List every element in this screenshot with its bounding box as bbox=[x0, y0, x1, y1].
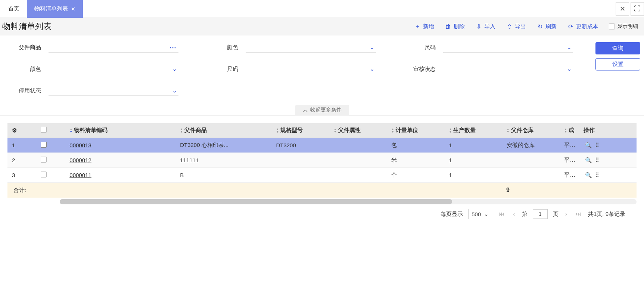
row-checkbox[interactable] bbox=[36, 138, 65, 153]
row-index: 2 bbox=[7, 153, 36, 168]
bom-code-link[interactable]: 0000011 bbox=[69, 172, 91, 178]
prev-page-button[interactable]: ‹ bbox=[511, 211, 516, 217]
more-icon[interactable]: ⠿ bbox=[595, 157, 599, 164]
cell-warehouse bbox=[502, 153, 560, 168]
tab-right-actions: ✕ ⛶ bbox=[614, 0, 644, 18]
col-bom-code[interactable]: ▲▼物料清单编码 bbox=[65, 123, 175, 138]
page-input[interactable] bbox=[533, 209, 548, 219]
bom-code-link[interactable]: 0000013 bbox=[69, 142, 91, 148]
view-icon[interactable]: 🔍 bbox=[585, 142, 592, 149]
cell-spec bbox=[271, 153, 329, 168]
row-checkbox[interactable] bbox=[36, 168, 65, 183]
cell-bom-code[interactable]: 0000011 bbox=[65, 168, 175, 183]
col-parent-product[interactable]: ▲▼父件商品 bbox=[175, 123, 271, 138]
filter-size: 尺码 ⌄ bbox=[398, 42, 573, 53]
bom-code-link[interactable]: 0000012 bbox=[69, 157, 91, 163]
view-icon[interactable]: 🔍 bbox=[585, 157, 592, 164]
row-index: 3 bbox=[7, 168, 36, 183]
table-row[interactable]: 20000012111111米1平均🔍⠿ bbox=[7, 153, 637, 168]
toolbar: ＋新增 🗑删除 ⇩导入 ⇧导出 ↻刷新 ⟳更新成本 显示明细 bbox=[414, 23, 642, 31]
cell-unit: 个 bbox=[387, 168, 444, 183]
refresh-button[interactable]: ↻刷新 bbox=[536, 23, 557, 30]
total-row: 合计: 9 bbox=[7, 183, 637, 198]
fullscreen-button[interactable]: ⛶ bbox=[631, 2, 644, 16]
cell-unit: 米 bbox=[387, 153, 444, 168]
checkbox-icon bbox=[41, 157, 47, 163]
filter-audit-status-input[interactable]: ⌄ bbox=[443, 64, 573, 74]
tab-home-label: 首页 bbox=[8, 5, 19, 12]
cell-product: 111111 bbox=[175, 153, 271, 168]
total-qty: 9 bbox=[506, 187, 510, 194]
filter-size2: 尺码 ⌄ bbox=[201, 64, 376, 74]
col-spec[interactable]: ▲▼规格型号 bbox=[271, 123, 329, 138]
sort-icon: ▲▼ bbox=[180, 128, 183, 133]
tab-bar: 首页 物料清单列表 ✕ ✕ ⛶ bbox=[0, 0, 644, 18]
export-label: 导出 bbox=[515, 23, 526, 30]
close-all-button[interactable]: ✕ bbox=[616, 2, 629, 16]
view-icon[interactable]: 🔍 bbox=[585, 172, 592, 179]
cell-qty: 1 bbox=[444, 168, 502, 183]
col-extra[interactable]: ▲▼成 bbox=[560, 123, 579, 138]
import-button[interactable]: ⇩导入 bbox=[475, 23, 495, 30]
export-button[interactable]: ⇧导出 bbox=[506, 23, 526, 30]
plus-icon: ＋ bbox=[414, 23, 421, 31]
collapse-label: 收起更多条件 bbox=[310, 107, 342, 113]
pagination: 每页显示 500 ⌄ ⏮ ‹ 第 页 › ⏭ 共1页, 9条记录 bbox=[7, 204, 637, 219]
add-button[interactable]: ＋新增 bbox=[414, 23, 434, 31]
filter-size-input[interactable]: ⌄ bbox=[443, 42, 573, 53]
filter-color-label: 颜色 bbox=[201, 44, 246, 51]
checkbox-icon bbox=[41, 127, 47, 133]
tab-bom-list[interactable]: 物料清单列表 ✕ bbox=[27, 0, 83, 18]
cell-qty: 1 bbox=[444, 138, 502, 153]
column-settings-button[interactable]: ⚙ bbox=[7, 123, 36, 138]
cell-ops: 🔍⠿ bbox=[579, 138, 637, 153]
col-qty[interactable]: ▲▼生产数量 bbox=[444, 123, 502, 138]
page-prefix: 第 bbox=[522, 211, 528, 218]
chevron-down-icon: ⌄ bbox=[484, 211, 489, 217]
filter-parent-product-label: 父件商品 bbox=[4, 44, 49, 51]
cell-bom-code[interactable]: 0000013 bbox=[65, 138, 175, 153]
scrollbar-thumb[interactable] bbox=[60, 199, 452, 204]
table-row[interactable]: 10000013DT3200 心相印茶...DT3200包1安徽的仓库平均🔍⠿ bbox=[7, 138, 637, 153]
filter-disable-status-input[interactable]: ⌄ bbox=[49, 85, 178, 96]
per-page-select[interactable]: 500 ⌄ bbox=[468, 209, 492, 219]
next-page-button[interactable]: › bbox=[564, 211, 569, 217]
filter-color2-input[interactable]: ⌄ bbox=[49, 64, 178, 74]
col-extra-label: 成 bbox=[569, 127, 574, 133]
filter-parent-product-input[interactable]: ⋯ bbox=[49, 42, 178, 53]
table-header-row: ⚙ ▲▼物料清单编码 ▲▼父件商品 ▲▼规格型号 ▲▼父件属性 ▲▼计量单位 ▲… bbox=[7, 123, 637, 138]
delete-button[interactable]: 🗑删除 bbox=[445, 23, 465, 30]
cell-warehouse bbox=[502, 168, 560, 183]
row-checkbox[interactable] bbox=[36, 153, 65, 168]
col-unit[interactable]: ▲▼计量单位 bbox=[387, 123, 444, 138]
filter-size-label: 尺码 bbox=[398, 44, 443, 51]
update-cost-button[interactable]: ⟳更新成本 bbox=[567, 23, 598, 30]
table-row[interactable]: 30000011B个1平均🔍⠿ bbox=[7, 168, 637, 183]
col-warehouse[interactable]: ▲▼父件仓库 bbox=[502, 123, 560, 138]
query-button[interactable]: 查询 bbox=[595, 42, 640, 54]
show-detail-label: 显示明细 bbox=[617, 23, 638, 30]
tab-home[interactable]: 首页 bbox=[1, 0, 27, 18]
chevron-down-icon: ⌄ bbox=[567, 44, 573, 51]
more-icon[interactable]: ⠿ bbox=[595, 172, 599, 179]
sort-icon: ▲▼ bbox=[276, 128, 279, 133]
filter-color-input[interactable]: ⌄ bbox=[246, 42, 376, 53]
chevron-down-icon: ⌄ bbox=[567, 65, 573, 72]
sort-icon: ▲▼ bbox=[391, 128, 394, 133]
close-icon[interactable]: ✕ bbox=[71, 6, 75, 12]
refresh-icon: ↻ bbox=[536, 23, 543, 30]
show-detail-checkbox[interactable]: 显示明细 bbox=[609, 23, 638, 30]
horizontal-scrollbar[interactable] bbox=[60, 199, 637, 204]
collapse-button[interactable]: ︽ 收起更多条件 bbox=[295, 105, 349, 115]
select-all-header[interactable] bbox=[36, 123, 65, 138]
last-page-button[interactable]: ⏭ bbox=[574, 211, 583, 217]
more-icon[interactable]: ⠿ bbox=[595, 142, 599, 149]
table-scroll[interactable]: ⚙ ▲▼物料清单编码 ▲▼父件商品 ▲▼规格型号 ▲▼父件属性 ▲▼计量单位 ▲… bbox=[7, 123, 637, 183]
col-parent-attr[interactable]: ▲▼父件属性 bbox=[329, 123, 387, 138]
checkbox-icon bbox=[609, 23, 615, 29]
settings-button[interactable]: 设置 bbox=[595, 58, 640, 70]
filter-size2-input[interactable]: ⌄ bbox=[246, 64, 376, 74]
chevron-down-icon: ⌄ bbox=[370, 44, 376, 51]
first-page-button[interactable]: ⏮ bbox=[497, 211, 506, 217]
cell-bom-code[interactable]: 0000012 bbox=[65, 153, 175, 168]
